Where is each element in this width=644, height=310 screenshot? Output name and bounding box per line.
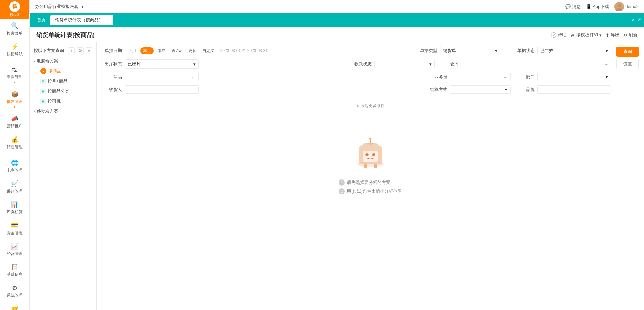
warehouse-label: 仓库 bbox=[445, 61, 459, 67]
tab-active[interactable]: 销货单统计表（按商品） × bbox=[50, 15, 113, 25]
goods-dots: ··· bbox=[192, 74, 196, 80]
sidebar-item-wholesale[interactable]: 📦 批发管理 ▴ bbox=[0, 87, 29, 112]
tree-item-month-goods[interactable]: M 按月+商品 bbox=[30, 76, 96, 86]
sidebar-purchase-label: 采购管理 bbox=[7, 189, 23, 194]
tree-item-goods-category[interactable]: R 按商品分类 bbox=[30, 86, 96, 96]
settlement-input[interactable]: ▾ bbox=[450, 85, 511, 94]
this-year-btn[interactable]: 本年 bbox=[156, 47, 168, 54]
right-panel: 单据日期 上月 本月 本年 近7天 更多 自定义 2023-03-01 至 20… bbox=[97, 42, 644, 310]
add-scheme-icon[interactable]: + bbox=[68, 47, 75, 54]
filter-row-2: 出库状态 已出库 ▾ 收款状态 ▾ bbox=[102, 59, 611, 69]
by-driver-icon: R bbox=[40, 99, 46, 104]
quicknav-icon: ⚡ bbox=[11, 43, 18, 50]
payment-status-select[interactable]: ▾ bbox=[374, 60, 435, 68]
warehouse-input[interactable]: ··· bbox=[462, 60, 611, 68]
user-menu[interactable]: demo2 bbox=[614, 2, 639, 11]
step-2-num: 2 bbox=[339, 188, 345, 194]
sidebar-item-marketing[interactable]: 📣 营销推广 bbox=[0, 112, 29, 133]
this-month-btn[interactable]: 本月 bbox=[140, 47, 154, 54]
sidebar-finance-label: 资金管理 bbox=[7, 230, 23, 236]
salesman-input[interactable]: ··· bbox=[450, 73, 511, 81]
svg-rect-5 bbox=[363, 151, 378, 162]
left-panel-header: 按以下方案查询 + ⚙ « bbox=[30, 45, 96, 56]
by-goods-label: 按商品 bbox=[48, 68, 61, 74]
message-btn[interactable]: 💬 消息 bbox=[565, 4, 581, 10]
sidebar-item-ecommerce[interactable]: 🌐 电商管理 bbox=[0, 156, 29, 177]
sidebar-marketing-label: 营销推广 bbox=[7, 123, 23, 129]
sidebar-inventory-label: 库存核算 bbox=[7, 209, 23, 215]
app-download-btn[interactable]: 📱 App下载 bbox=[586, 4, 609, 10]
workspace-selector[interactable]: 办公用品行业模拟账套 ▾ bbox=[35, 4, 84, 10]
sidebar-item-enterprise[interactable]: 🤝 企业协同 bbox=[0, 302, 29, 310]
receiver-input[interactable]: ··· bbox=[125, 85, 199, 94]
last-month-btn[interactable]: 上月 bbox=[126, 47, 138, 54]
doc-type-chevron: ▾ bbox=[495, 48, 497, 53]
settings-scheme-icon[interactable]: ⚙ bbox=[77, 47, 84, 54]
export-btn[interactable]: ⬆ 导出 bbox=[606, 32, 620, 38]
sidebar-item-sales[interactable]: 💰 销售管理 bbox=[0, 133, 29, 153]
payment-status-label: 收款状态 bbox=[348, 61, 372, 67]
finance-icon: 💳 bbox=[11, 222, 18, 229]
svg-point-1 bbox=[618, 4, 621, 7]
sidebar-item-basic[interactable]: 📋 基础信息 bbox=[0, 260, 29, 281]
refresh-icon: ↺ bbox=[624, 33, 627, 38]
system-icon: ⚙ bbox=[12, 284, 17, 292]
out-status-select[interactable]: 已出库 ▾ bbox=[125, 59, 199, 69]
maximize-icon[interactable]: ⤢ bbox=[637, 17, 641, 23]
warehouse-dots: ··· bbox=[605, 62, 608, 67]
settings-btn[interactable]: 设置 bbox=[616, 59, 639, 69]
tree-item-by-driver[interactable]: R 按司机 bbox=[30, 96, 96, 106]
search-icon: 🔍 bbox=[11, 22, 18, 30]
goods-category-icon: R bbox=[40, 89, 46, 94]
receiver-dots: ··· bbox=[192, 87, 196, 92]
brand-dots: ··· bbox=[604, 87, 608, 92]
doc-type-select[interactable]: 销货单 ▾ bbox=[440, 46, 500, 55]
tab-home[interactable]: 首页 bbox=[32, 15, 50, 25]
sidebar-item-retail[interactable]: 🛍 零售管理 ▾ bbox=[0, 63, 29, 87]
tab-active-label: 销货单统计表（按商品） bbox=[55, 17, 103, 23]
close-window-icon[interactable]: × bbox=[632, 17, 635, 23]
filter-row-4: 收货人 ··· 结算方式 ▾ bbox=[102, 85, 611, 94]
collapse-filters-btn[interactable]: ∧ 收起更多条件 bbox=[102, 101, 639, 111]
sidebar-item-quicknav[interactable]: ⚡ 快捷导航 bbox=[0, 40, 29, 60]
collapse-panel-icon[interactable]: « bbox=[86, 47, 92, 54]
sidebar-logo: 畅 标账版 bbox=[0, 0, 30, 19]
empty-step-1: 1 请先选择要分析的方案 bbox=[339, 179, 401, 186]
empty-illustration bbox=[350, 133, 390, 173]
user-name: demo2 bbox=[625, 4, 639, 9]
sidebar-item-purchase[interactable]: 🛒 采购管理 bbox=[0, 177, 29, 198]
sidebar-item-system[interactable]: ⚙ 系统管理 bbox=[0, 281, 29, 302]
filter-row-3: 商品 ··· 业务员 ··· bbox=[102, 73, 611, 81]
doc-type-label: 单据类型 bbox=[414, 48, 437, 54]
logo-text: 标账版 bbox=[10, 13, 20, 17]
empty-state: 1 请先选择要分析的方案 2 用[过滤]条件来缩小分析范围 bbox=[102, 112, 639, 217]
print-btn[interactable]: 🖨 按模板打印 ▾ bbox=[571, 32, 602, 38]
tree-desktop-section[interactable]: ▾ 电脑端方案 bbox=[30, 56, 96, 66]
more-date-btn[interactable]: 更多 bbox=[186, 47, 198, 54]
department-input[interactable]: ▾ bbox=[537, 73, 611, 81]
last7days-btn[interactable]: 近7天 bbox=[170, 47, 184, 54]
help-label: 帮助 bbox=[558, 32, 567, 38]
custom-date-btn[interactable]: 自定义 bbox=[200, 47, 216, 54]
brand-input[interactable]: ··· bbox=[537, 85, 611, 94]
tab-close-icon[interactable]: × bbox=[106, 18, 108, 22]
export-label: 导出 bbox=[611, 32, 620, 38]
logo-abbr: 畅 bbox=[12, 4, 17, 10]
sidebar-system-label: 系统管理 bbox=[7, 293, 23, 298]
sidebar-item-finance[interactable]: 💳 资金管理 bbox=[0, 218, 29, 239]
tree-item-by-goods[interactable]: ● 按商品 bbox=[30, 66, 96, 76]
query-btn[interactable]: 查询 bbox=[616, 47, 639, 57]
help-icon: ? bbox=[551, 32, 556, 38]
sidebar-item-search[interactable]: 🔍 搜索菜单 bbox=[0, 19, 29, 40]
goods-input[interactable]: ··· bbox=[125, 73, 199, 81]
doc-status-select[interactable]: 已生效 ▾ bbox=[537, 46, 611, 55]
help-btn[interactable]: ? 帮助 bbox=[551, 32, 567, 38]
tree-mobile-section[interactable]: ▸ 移动端方案 bbox=[30, 106, 96, 116]
retail-icon: 🛍 bbox=[12, 66, 18, 73]
svg-rect-13 bbox=[374, 164, 377, 168]
sidebar-search-label: 搜索菜单 bbox=[7, 31, 23, 36]
refresh-btn[interactable]: ↺ 刷新 bbox=[624, 32, 637, 38]
sidebar-item-operations[interactable]: 📈 经营管理 bbox=[0, 239, 29, 260]
sidebar-item-inventory[interactable]: 📊 库存核算 bbox=[0, 198, 29, 218]
content-body: 按以下方案查询 + ⚙ « ▾ 电脑端方案 ● 按商品 M bbox=[30, 42, 644, 310]
